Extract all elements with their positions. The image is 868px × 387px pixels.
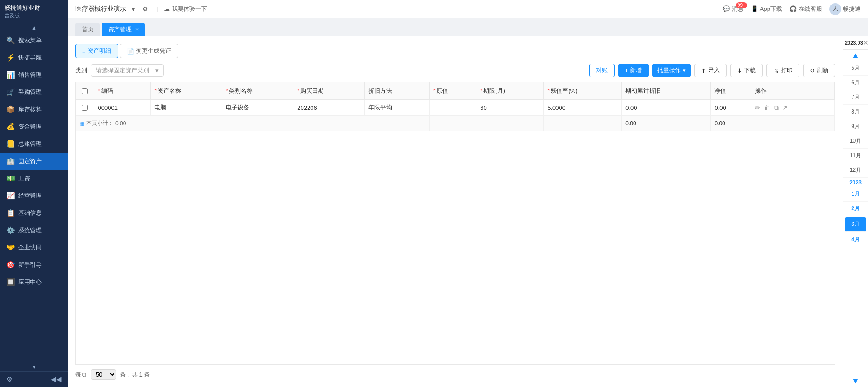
sub-tab-asset-detail[interactable]: ≡ 资产明细 [75,44,118,58]
sidebar-item-fixed-assets[interactable]: 🏢 固定资产 [0,153,68,170]
cal-month-8[interactable]: 8月 [843,105,868,119]
sidebar-item-ledger[interactable]: 📒 总账管理 [0,135,68,153]
sidebar-item-label: 采购管理 [18,88,42,96]
cal-month-3-active[interactable]: 3月 [845,217,866,232]
download-icon: 📱 [751,5,758,12]
refresh-icon: ↻ [810,67,815,74]
category-select[interactable]: 请选择固定资产类别 ▾ [91,64,164,77]
copy-icon[interactable]: ⧉ [774,104,779,112]
experience-button[interactable]: ☁ 我要体验一下 [164,5,207,13]
cal-month-10[interactable]: 10月 [843,134,868,149]
asset-table: *编码 *资产名称 *类别名称 *购买日期 折旧方法 *原值 *期限(月) *残… [76,82,835,131]
search-icon: 🔍 [6,36,15,45]
cal-month-9[interactable]: 9月 [843,119,868,134]
sidebar-item-app-center[interactable]: 🔲 应用中心 [0,273,68,291]
top-header: 医疗器械行业演示 ▾ ⚙ | ☁ 我要体验一下 💬 消息 99+ 📱 App下载… [68,0,868,18]
message-icon: 💬 [723,5,730,12]
basic-info-icon: 📋 [6,209,15,217]
cal-month-4[interactable]: 4月 [843,233,868,247]
sidebar-item-sales[interactable]: 📊 销售管理 [0,66,68,84]
sidebar-item-label: 固定资产 [18,157,42,165]
cal-nav-up[interactable]: ▲ [843,50,868,61]
app-download-button[interactable]: 📱 App下载 [751,5,782,13]
settings-icon[interactable]: ⚙ [6,375,12,383]
sidebar-item-label: 搜索菜单 [18,36,42,45]
chevron-down-icon[interactable]: ▼ [852,377,859,385]
sub-tab-change-voucher[interactable]: 📄 变更生成凭证 [120,44,178,58]
col-period: *期限(月) [476,82,544,100]
message-button[interactable]: 💬 消息 99+ [723,5,744,13]
sidebar-item-guide[interactable]: 🎯 新手引导 [0,256,68,273]
print-icon: 🖨 [773,67,779,74]
import-icon: ⬆ [701,67,706,74]
sidebar-item-quick-nav[interactable]: ⚡ 快捷导航 [0,49,68,66]
more-icon[interactable]: ↗ [782,104,788,111]
tab-home[interactable]: 首页 [75,23,100,36]
print-button[interactable]: 🖨 打印 [766,64,799,77]
cal-month-5[interactable]: 5月 [843,61,868,76]
batch-ops-button[interactable]: 批量操作 ▾ [652,64,691,77]
table-row: 000001 电脑 电子设备 202206 年限平均 60 5.0000 0.0… [76,100,835,116]
chevron-down-icon[interactable]: ▾ [130,5,137,14]
import-button[interactable]: ⬆ 导入 [694,64,727,77]
fixed-assets-icon: 🏢 [6,157,15,165]
cal-month-6[interactable]: 6月 [843,76,868,90]
delete-icon[interactable]: 🗑 [764,104,770,111]
cal-month-7[interactable]: 7月 [843,90,868,105]
sidebar-item-label: 库存核算 [18,105,42,114]
cal-close-icon[interactable]: ✕ [863,39,868,46]
sidebar-item-funds[interactable]: 💰 资金管理 [0,118,68,135]
cell-original-value [429,100,476,116]
sidebar-item-search[interactable]: 🔍 搜索菜单 [0,32,68,49]
sidebar-nav: 🔍 搜索菜单 ⚡ 快捷导航 📊 销售管理 🛒 采购管理 📦 库存核算 💰 资金管… [0,32,68,363]
sidebar-item-basic-info[interactable]: 📋 基础信息 [0,204,68,222]
cal-month-11[interactable]: 11月 [843,149,868,163]
reconcile-button[interactable]: 对账 [589,64,615,77]
header-right: 💬 消息 99+ 📱 App下载 🎧 在线客服 人 畅捷通 [723,3,861,15]
sidebar-scroll-down[interactable]: ▼ [0,363,68,371]
sidebar-item-purchase[interactable]: 🛒 采购管理 [0,84,68,101]
chevron-up-icon[interactable]: ▲ [852,51,859,59]
cal-month-12[interactable]: 12月 [843,163,868,178]
tab-close-icon[interactable]: × [135,26,139,33]
col-depreciation: 折旧方法 [365,82,429,100]
col-net-value: 净值 [711,82,751,100]
page-size-select[interactable]: 50 100 200 [91,369,116,380]
quick-nav-icon: ⚡ [6,54,15,62]
refresh-button[interactable]: ↻ 刷新 [803,64,835,77]
subtotal-residual-rate [544,116,622,131]
tab-asset-mgmt[interactable]: 资产管理 × [102,23,145,36]
doc-icon: 📄 [127,48,134,55]
collab-icon: 🤝 [6,243,15,252]
cell-depreciation: 年限平均 [365,100,429,116]
collapse-icon[interactable]: ◀◀ [51,375,62,383]
per-page-label: 每页 [75,371,87,379]
online-service-button[interactable]: 🎧 在线客服 [789,5,822,13]
cal-nav-down[interactable]: ▼ [843,375,868,387]
cal-month-2[interactable]: 2月 [843,202,868,216]
sub-tabs: ≡ 资产明细 📄 变更生成凭证 [75,44,835,58]
subtotal-period [476,116,544,131]
sidebar-scroll-up[interactable]: ▲ [0,24,68,32]
cell-name: 电脑 [151,100,222,116]
subtotal-accumulated-dep: 0.00 [622,116,711,131]
guide-icon: 🎯 [6,261,15,269]
cell-residual-rate: 5.0000 [544,100,622,116]
main-area: 医疗器械行业演示 ▾ ⚙ | ☁ 我要体验一下 💬 消息 99+ 📱 App下载… [68,0,868,387]
sidebar-item-system[interactable]: ⚙️ 系统管理 [0,222,68,239]
row-checkbox[interactable] [82,105,88,111]
avatar: 人 [829,3,841,15]
sidebar-item-collab[interactable]: 🤝 企业协同 [0,239,68,256]
download-button[interactable]: ⬇ 下载 [730,64,763,77]
sidebar-item-operations[interactable]: 📈 经营管理 [0,187,68,204]
gear-icon[interactable]: ⚙ [140,5,150,14]
edit-icon[interactable]: ✏ [755,104,760,111]
user-profile[interactable]: 人 畅捷通 [829,3,861,15]
new-button[interactable]: + 新增 [618,64,649,77]
sidebar-item-payroll[interactable]: 💵 工资 [0,170,68,187]
total-label: 条，共 1 条 [120,371,150,379]
cal-month-1[interactable]: 1月 [843,187,868,202]
select-all-checkbox[interactable] [82,88,88,94]
sidebar-item-inventory[interactable]: 📦 库存核算 [0,101,68,118]
subtotal-action [751,116,835,131]
